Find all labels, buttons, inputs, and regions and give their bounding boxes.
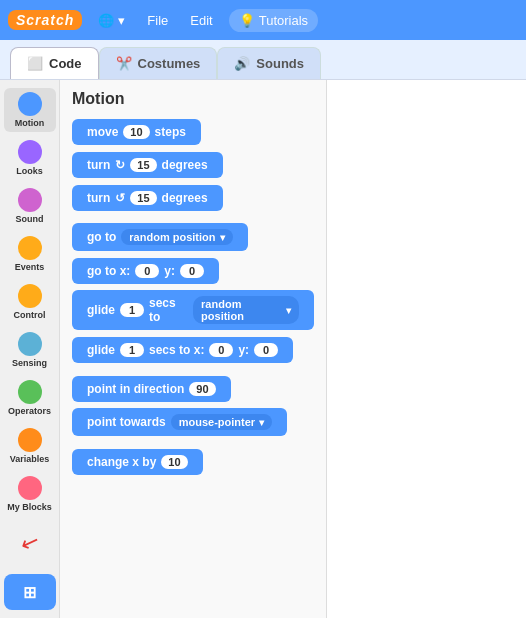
blocks-panel: Motion move 10 steps turn ↻ 15 degrees t… bbox=[60, 80, 326, 618]
block-value-change-x[interactable]: 10 bbox=[161, 455, 187, 469]
block-row-point-direction: point in direction 90 bbox=[72, 375, 314, 402]
tab-sounds[interactable]: 🔊 Sounds bbox=[217, 47, 321, 79]
block-row-go-to-xy: go to x: 0 y: 0 bbox=[72, 257, 314, 284]
sidebar-label-sensing: Sensing bbox=[12, 358, 47, 368]
block-text: y: bbox=[238, 343, 249, 357]
control-icon bbox=[18, 284, 42, 308]
block-text: move bbox=[87, 125, 118, 139]
category-title: Motion bbox=[72, 90, 314, 108]
sidebar-item-variables[interactable]: Variables bbox=[4, 424, 56, 468]
sidebar: Motion Looks Sound Events Control Sensin… bbox=[0, 80, 60, 618]
block-glide-random[interactable]: glide 1 secs to random position bbox=[72, 290, 314, 330]
block-value-y1[interactable]: 0 bbox=[180, 264, 204, 278]
block-row-turn-ccw: turn ↺ 15 degrees bbox=[72, 184, 314, 211]
block-change-x[interactable]: change x by 10 bbox=[72, 449, 203, 475]
sidebar-item-sound[interactable]: Sound bbox=[4, 184, 56, 228]
clockwise-icon: ↻ bbox=[115, 158, 125, 172]
tutorials-label: Tutorials bbox=[259, 13, 308, 28]
block-text: y: bbox=[164, 264, 175, 278]
block-row-point-towards: point towards mouse-pointer bbox=[72, 408, 314, 436]
tabs-row: ⬜ Code ✂️ Costumes 🔊 Sounds bbox=[0, 40, 526, 80]
block-row-move-steps: move 10 steps bbox=[72, 118, 314, 145]
main-area: Motion Looks Sound Events Control Sensin… bbox=[0, 80, 526, 618]
code-tab-label: Code bbox=[49, 56, 82, 71]
sidebar-item-control[interactable]: Control bbox=[4, 280, 56, 324]
nav-file[interactable]: File bbox=[141, 9, 174, 32]
costumes-tab-label: Costumes bbox=[138, 56, 201, 71]
sidebar-label-myblocks: My Blocks bbox=[7, 502, 52, 512]
block-point-direction[interactable]: point in direction 90 bbox=[72, 376, 231, 402]
sidebar-item-motion[interactable]: Motion bbox=[4, 88, 56, 132]
red-arrow-decoration: ↙ bbox=[17, 528, 43, 559]
sidebar-label-sound: Sound bbox=[16, 214, 44, 224]
top-nav: Scratch 🌐 ▾ File Edit 💡 Tutorials bbox=[0, 0, 526, 40]
sidebar-item-operators[interactable]: Operators bbox=[4, 376, 56, 420]
add-extension-button[interactable]: ⊞ bbox=[4, 574, 56, 610]
block-text: change x by bbox=[87, 455, 156, 469]
block-text: turn bbox=[87, 191, 110, 205]
sidebar-item-sensing[interactable]: Sensing bbox=[4, 328, 56, 372]
block-point-towards[interactable]: point towards mouse-pointer bbox=[72, 408, 287, 436]
block-text: steps bbox=[155, 125, 186, 139]
block-row-glide-random: glide 1 secs to random position bbox=[72, 290, 314, 330]
costumes-tab-icon: ✂️ bbox=[116, 56, 132, 71]
tab-costumes[interactable]: ✂️ Costumes bbox=[99, 47, 218, 79]
sidebar-item-looks[interactable]: Looks bbox=[4, 136, 56, 180]
sidebar-label-operators: Operators bbox=[8, 406, 51, 416]
sensing-icon bbox=[18, 332, 42, 356]
block-value-degrees-cw[interactable]: 15 bbox=[130, 158, 156, 172]
nav-edit[interactable]: Edit bbox=[184, 9, 218, 32]
code-tab-icon: ⬜ bbox=[27, 56, 43, 71]
block-text: go to bbox=[87, 230, 116, 244]
block-go-to[interactable]: go to random position bbox=[72, 223, 248, 251]
glide-to-dropdown[interactable]: random position bbox=[193, 296, 299, 324]
block-turn-cw[interactable]: turn ↻ 15 degrees bbox=[72, 152, 223, 178]
block-row-go-to: go to random position bbox=[72, 223, 314, 251]
scratch-logo[interactable]: Scratch bbox=[8, 10, 82, 30]
block-row-glide-xy: glide 1 secs to x: 0 y: 0 bbox=[72, 336, 314, 363]
block-text: secs to x: bbox=[149, 343, 204, 357]
block-text: turn bbox=[87, 158, 110, 172]
block-text: glide bbox=[87, 303, 115, 317]
block-value-y2[interactable]: 0 bbox=[254, 343, 278, 357]
tutorials-icon: 💡 bbox=[239, 13, 255, 28]
block-value-glide-secs1[interactable]: 1 bbox=[120, 303, 144, 317]
add-extension-icon: ⊞ bbox=[23, 583, 36, 602]
block-glide-xy[interactable]: glide 1 secs to x: 0 y: 0 bbox=[72, 337, 293, 363]
go-to-dropdown[interactable]: random position bbox=[121, 229, 232, 245]
events-icon bbox=[18, 236, 42, 260]
block-text: degrees bbox=[162, 158, 208, 172]
block-text: glide bbox=[87, 343, 115, 357]
nav-tutorials[interactable]: 💡 Tutorials bbox=[229, 9, 318, 32]
sidebar-label-events: Events bbox=[15, 262, 45, 272]
nav-globe[interactable]: 🌐 ▾ bbox=[92, 9, 131, 32]
sidebar-label-motion: Motion bbox=[15, 118, 45, 128]
motion-icon bbox=[18, 92, 42, 116]
tab-code[interactable]: ⬜ Code bbox=[10, 47, 99, 79]
block-move-steps[interactable]: move 10 steps bbox=[72, 119, 201, 145]
block-row-turn-cw: turn ↻ 15 degrees bbox=[72, 151, 314, 178]
myblocks-icon bbox=[18, 476, 42, 500]
sidebar-item-events[interactable]: Events bbox=[4, 232, 56, 276]
looks-icon bbox=[18, 140, 42, 164]
block-value-steps[interactable]: 10 bbox=[123, 125, 149, 139]
block-go-to-xy[interactable]: go to x: 0 y: 0 bbox=[72, 258, 219, 284]
towards-dropdown[interactable]: mouse-pointer bbox=[171, 414, 272, 430]
sidebar-item-myblocks[interactable]: My Blocks bbox=[4, 472, 56, 516]
globe-icon: 🌐 bbox=[98, 13, 114, 28]
block-value-x1[interactable]: 0 bbox=[135, 264, 159, 278]
sidebar-label-variables: Variables bbox=[10, 454, 50, 464]
operators-icon bbox=[18, 380, 42, 404]
block-value-glide-secs2[interactable]: 1 bbox=[120, 343, 144, 357]
sidebar-label-looks: Looks bbox=[16, 166, 43, 176]
sounds-tab-icon: 🔊 bbox=[234, 56, 250, 71]
block-text: point towards bbox=[87, 415, 166, 429]
block-text: degrees bbox=[162, 191, 208, 205]
counterclockwise-icon: ↺ bbox=[115, 191, 125, 205]
block-turn-ccw[interactable]: turn ↺ 15 degrees bbox=[72, 185, 223, 211]
block-value-x2[interactable]: 0 bbox=[209, 343, 233, 357]
workspace bbox=[326, 80, 526, 618]
block-value-degrees-ccw[interactable]: 15 bbox=[130, 191, 156, 205]
sound-icon bbox=[18, 188, 42, 212]
block-value-direction[interactable]: 90 bbox=[189, 382, 215, 396]
